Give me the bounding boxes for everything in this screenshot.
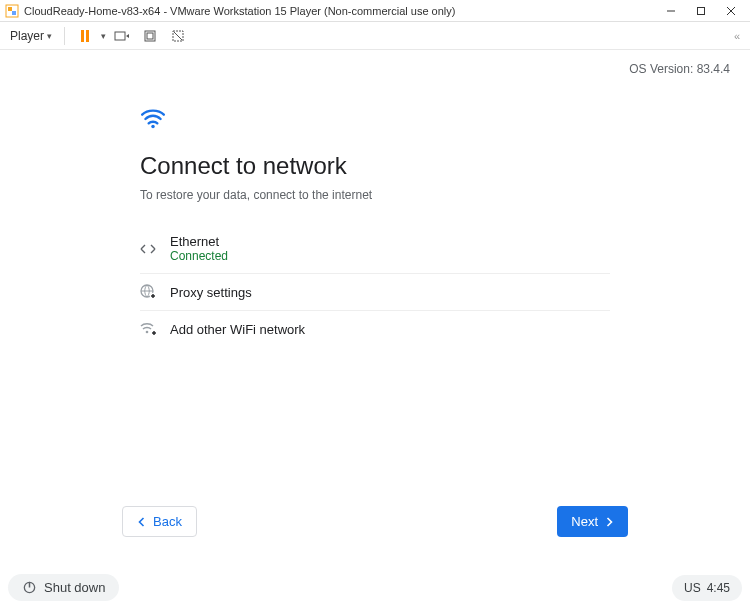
window-controls <box>656 1 746 21</box>
os-version-label: OS Version: 83.4.4 <box>629 62 730 76</box>
network-list: Ethernet Connected Proxy settings Add ot… <box>140 224 610 347</box>
chevron-right-icon <box>604 517 614 527</box>
pause-icon <box>81 30 89 42</box>
minimize-button[interactable] <box>656 1 686 21</box>
wifi-hero-icon <box>140 108 610 130</box>
svg-line-11 <box>174 32 182 40</box>
pause-vm-button[interactable] <box>73 25 97 47</box>
chevron-left-icon <box>137 517 147 527</box>
toolbar-collapse-icon[interactable]: « <box>734 30 744 42</box>
send-ctrl-alt-del-button[interactable] <box>110 25 134 47</box>
next-button-label: Next <box>571 514 598 529</box>
svg-rect-4 <box>698 7 705 14</box>
wifi-plus-icon <box>140 321 170 337</box>
network-item-add-wifi[interactable]: Add other WiFi network <box>140 311 610 347</box>
unity-mode-button[interactable] <box>166 25 190 47</box>
network-item-proxy[interactable]: Proxy settings <box>140 274 610 311</box>
keyboard-indicator: US <box>684 581 701 595</box>
footer-nav: Back Next <box>122 506 628 537</box>
network-item-label: Proxy settings <box>170 285 252 300</box>
network-setup-panel: Connect to network To restore your data,… <box>140 108 610 347</box>
ethernet-icon <box>140 243 170 255</box>
window-title: CloudReady-Home-v83-x64 - VMware Worksta… <box>24 5 656 17</box>
next-button[interactable]: Next <box>557 506 628 537</box>
power-icon <box>22 580 37 595</box>
page-subtitle: To restore your data, connect to the int… <box>140 188 610 202</box>
network-item-label: Add other WiFi network <box>170 322 305 337</box>
svg-rect-1 <box>8 7 12 11</box>
svg-rect-9 <box>147 33 153 39</box>
network-item-label: Ethernet <box>170 234 228 249</box>
fullscreen-button[interactable] <box>138 25 162 47</box>
clock: 4:45 <box>707 581 730 595</box>
chevron-down-icon: ▾ <box>47 31 52 41</box>
chevron-down-icon[interactable]: ▾ <box>101 31 106 41</box>
shutdown-button[interactable]: Shut down <box>8 574 119 601</box>
back-button[interactable]: Back <box>122 506 197 537</box>
page-title: Connect to network <box>140 152 610 180</box>
shutdown-label: Shut down <box>44 580 105 595</box>
player-toolbar: Player ▾ ▾ « <box>0 22 750 50</box>
status-tray[interactable]: US 4:45 <box>672 575 742 601</box>
vmware-app-icon <box>4 3 20 19</box>
guest-screen: OS Version: 83.4.4 Connect to network To… <box>0 50 750 609</box>
player-menu-label: Player <box>10 29 44 43</box>
svg-rect-2 <box>12 11 16 15</box>
svg-point-12 <box>151 125 154 128</box>
svg-rect-7 <box>115 32 125 40</box>
toolbar-separator <box>64 27 65 45</box>
close-button[interactable] <box>716 1 746 21</box>
back-button-label: Back <box>153 514 182 529</box>
shelf: Shut down US 4:45 <box>8 574 742 601</box>
globe-plus-icon <box>140 284 170 300</box>
svg-point-17 <box>146 331 149 334</box>
player-menu[interactable]: Player ▾ <box>6 27 56 45</box>
network-item-status: Connected <box>170 249 228 263</box>
maximize-button[interactable] <box>686 1 716 21</box>
network-item-ethernet[interactable]: Ethernet Connected <box>140 224 610 274</box>
window-titlebar: CloudReady-Home-v83-x64 - VMware Worksta… <box>0 0 750 22</box>
